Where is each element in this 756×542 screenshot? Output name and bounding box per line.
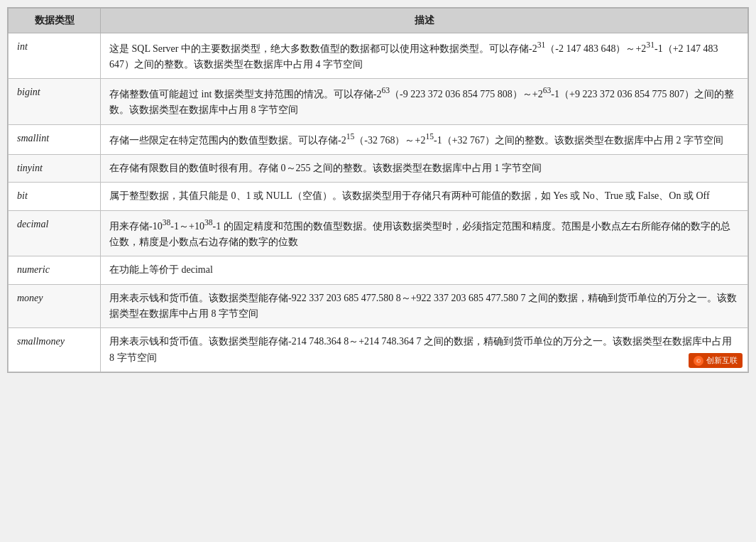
- main-container: 数据类型 描述 int这是 SQL Server 中的主要数据类型，绝大多数数值…: [7, 7, 749, 373]
- watermark-text: 创新互联: [706, 355, 738, 366]
- table-row: bigint存储整数值可能超过 int 数据类型支持范围的情况。可以存储-263…: [9, 79, 748, 124]
- cell-desc-3: 在存储有限数目的数值时很有用。存储 0～255 之间的整数。该数据类型在数据库中…: [101, 154, 748, 182]
- cell-desc-5: 用来存储-1038-1～+1038-1 的固定精度和范围的数值型数据。使用该数据…: [101, 210, 748, 256]
- table-row: tinyint在存储有限数目的数值时很有用。存储 0～255 之间的整数。该数据…: [9, 154, 748, 182]
- watermark-icon: ©: [694, 356, 703, 366]
- table-row: money用来表示钱和货币值。该数据类型能存储-922 337 203 685 …: [9, 284, 748, 328]
- cell-type-0: int: [9, 33, 101, 79]
- cell-type-3: tinyint: [9, 154, 101, 182]
- data-types-table: 数据类型 描述 int这是 SQL Server 中的主要数据类型，绝大多数数值…: [8, 8, 748, 372]
- cell-desc-4: 属于整型数据，其值只能是 0、1 或 NULL（空值）。该数据类型用于存储只有两…: [101, 183, 748, 210]
- cell-desc-6: 在功能上等价于 decimal: [101, 256, 748, 284]
- header-type: 数据类型: [9, 9, 101, 33]
- table-row: smallmoney用来表示钱和货币值。该数据类型能存储-214 748.364…: [9, 328, 748, 372]
- cell-type-8: smallmoney: [9, 328, 101, 372]
- cell-desc-2: 存储一些限定在特定范围内的数值型数据。可以存储-215（-32 768）～+21…: [101, 124, 748, 154]
- table-row: int这是 SQL Server 中的主要数据类型，绝大多数数值型的数据都可以使…: [9, 33, 748, 79]
- table-row: bit属于整型数据，其值只能是 0、1 或 NULL（空值）。该数据类型用于存储…: [9, 183, 748, 210]
- cell-type-2: smallint: [9, 124, 101, 154]
- table-row: smallint存储一些限定在特定范围内的数值型数据。可以存储-215（-32 …: [9, 124, 748, 154]
- header-desc: 描述: [101, 9, 748, 33]
- cell-desc-7: 用来表示钱和货币值。该数据类型能存储-922 337 203 685 477.5…: [101, 284, 748, 328]
- cell-type-1: bigint: [9, 79, 101, 124]
- cell-type-6: numeric: [9, 256, 101, 284]
- table-row: decimal用来存储-1038-1～+1038-1 的固定精度和范围的数值型数…: [9, 210, 748, 256]
- cell-type-5: decimal: [9, 210, 101, 256]
- table-header-row: 数据类型 描述: [9, 9, 748, 33]
- table-row: numeric在功能上等价于 decimal: [9, 256, 748, 284]
- cell-desc-0: 这是 SQL Server 中的主要数据类型，绝大多数数值型的数据都可以使用这种…: [101, 33, 748, 79]
- watermark-badge: © 创新互联: [689, 353, 743, 368]
- cell-type-7: money: [9, 284, 101, 328]
- cell-desc-1: 存储整数值可能超过 int 数据类型支持范围的情况。可以存储-263（-9 22…: [101, 79, 748, 124]
- cell-desc-8: 用来表示钱和货币值。该数据类型能存储-214 748.364 8～+214 74…: [101, 328, 748, 372]
- cell-type-4: bit: [9, 183, 101, 210]
